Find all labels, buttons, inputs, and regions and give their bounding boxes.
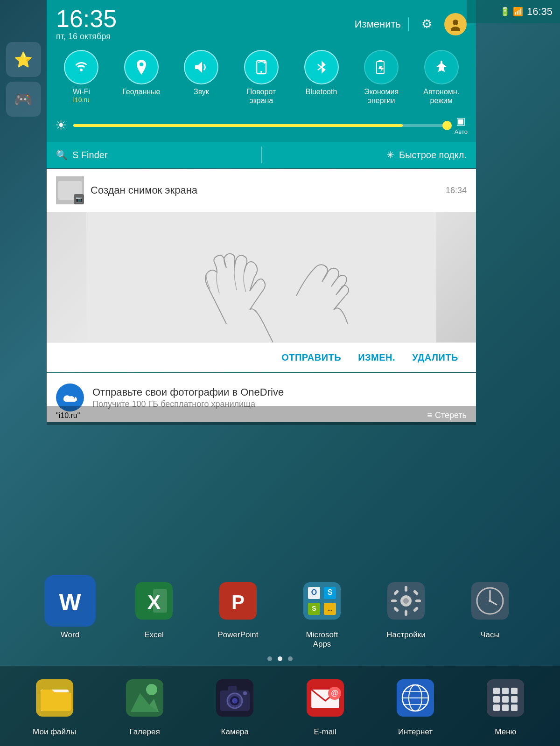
toggle-bluetooth[interactable]: Bluetooth	[294, 50, 349, 105]
toggle-wifi[interactable]: Wi-Fi i10.ru	[54, 50, 109, 105]
sidebar-icon-star[interactable]: ⭐	[6, 42, 41, 77]
notifications-area: 📷 Создан снимок экрана 16:34	[47, 169, 476, 422]
toggle-wifi-sublabel: i10.ru	[73, 96, 90, 104]
app-label-excel: Excel	[144, 630, 164, 640]
search-icon: 🔍	[56, 149, 68, 160]
search-divider	[261, 146, 262, 163]
app-label-msapps: MicrosoftApps	[306, 630, 338, 649]
dock-item-camera[interactable]: Камера	[190, 672, 280, 737]
dock-label-email: E-mail	[314, 727, 336, 737]
battery-icon: 🔋	[500, 7, 510, 17]
gear-icon[interactable]: ⚙	[416, 14, 437, 35]
toggle-airplane[interactable]: Автономн.режим	[414, 50, 469, 105]
app-icon-word: W	[44, 575, 96, 627]
toggle-power-save[interactable]: Экономияэнергии	[354, 50, 409, 105]
time-date-block: 16:35 пт, 16 октября	[56, 7, 117, 42]
svg-point-0	[453, 20, 458, 25]
svg-rect-16	[153, 589, 167, 613]
brightness-fill	[73, 124, 403, 127]
app-item-msapps[interactable]: O S S ... MicrosoftApps	[280, 575, 364, 649]
app-item-settings[interactable]: Настройки	[364, 575, 448, 649]
user-avatar[interactable]	[444, 13, 467, 35]
dock-label-gallery: Галерея	[129, 727, 160, 737]
svg-rect-33	[391, 600, 397, 602]
toggle-power-save-circle	[364, 50, 399, 84]
svg-rect-69	[502, 688, 509, 694]
header-divider	[408, 17, 409, 31]
toggle-geo[interactable]: Геоданные	[114, 50, 169, 105]
header-controls: Изменить ⚙	[355, 13, 467, 35]
dock-icon-menu	[480, 672, 531, 724]
s-finder-label: S Finder	[72, 150, 108, 160]
auto-label: Авто	[455, 128, 468, 135]
svg-point-54	[232, 698, 238, 704]
svg-rect-73	[511, 696, 518, 703]
dock-item-gallery[interactable]: Галерея	[99, 672, 189, 737]
app-icon-powerpoint: P	[212, 575, 264, 627]
notification-panel: 16:35 пт, 16 октября Изменить ⚙ Wi-Fi	[47, 0, 476, 422]
app-icon-msapps: O S S ...	[296, 575, 348, 627]
toggle-bluetooth-circle	[304, 50, 339, 84]
screenshot-title: Создан снимок экрана	[91, 184, 439, 196]
page-dot-3[interactable]	[288, 656, 293, 661]
svg-text:@: @	[331, 689, 338, 697]
izmenit-button[interactable]: Изменить	[355, 18, 401, 30]
svg-rect-74	[493, 704, 500, 711]
brightness-track[interactable]	[73, 124, 448, 127]
dock-label-myfiles: Мои файлы	[33, 727, 76, 737]
status-bar-time: 16:35	[527, 6, 553, 18]
screenshot-actions: ОТПРАВИТЬ ИЗМЕН. УДАЛИТЬ	[47, 342, 476, 372]
svg-rect-11	[86, 212, 436, 342]
app-item-excel[interactable]: X Excel	[112, 575, 196, 649]
toggle-sound-label: Звук	[194, 87, 209, 96]
svg-rect-34	[415, 600, 421, 602]
s-finder-button[interactable]: 🔍 S Finder	[56, 149, 257, 160]
edit-action-button[interactable]: ИЗМЕН.	[350, 349, 404, 366]
clear-notifications-button[interactable]: ≡ Стереть	[427, 411, 467, 420]
auto-brightness-button[interactable]: ▣ Авто	[455, 115, 468, 135]
brightness-sun-icon: ☀	[55, 118, 67, 133]
app-label-word: Word	[61, 630, 79, 640]
quick-connect-label: Быстрое подкл.	[399, 150, 467, 160]
sidebar-icon-game[interactable]: 🎮	[6, 82, 41, 117]
send-action-button[interactable]: ОТПРАВИТЬ	[273, 349, 350, 366]
dock-icon-camera	[209, 672, 260, 724]
toggle-wifi-label: Wi-Fi	[73, 87, 90, 96]
delete-action-button[interactable]: УДАЛИТЬ	[404, 349, 467, 366]
svg-rect-8	[378, 60, 382, 62]
toggle-airplane-circle	[424, 50, 459, 84]
app-item-powerpoint[interactable]: P PowerPoint	[196, 575, 280, 649]
screenshot-preview	[47, 212, 476, 342]
search-bar-row: 🔍 S Finder ✳ Быстрое подкл.	[47, 142, 476, 168]
page-dot-1[interactable]	[267, 656, 272, 661]
screenshot-thumbnail: 📷	[56, 176, 84, 204]
app-item-clock[interactable]: Часы	[448, 575, 532, 649]
dock-item-myfiles[interactable]: Мои файлы	[9, 672, 99, 737]
toggle-sound[interactable]: Звук	[174, 50, 229, 105]
header-date: пт, 16 октября	[56, 32, 117, 42]
brightness-thumb	[442, 121, 452, 130]
auto-icon: ▣	[456, 115, 466, 127]
quick-connect-button[interactable]: ✳ Быстрое подкл.	[266, 149, 467, 160]
toggle-power-save-label: Экономияэнергии	[364, 87, 399, 105]
page-dot-2[interactable]	[278, 656, 282, 661]
svg-rect-76	[511, 704, 518, 711]
dock-label-menu: Меню	[495, 727, 516, 737]
svg-point-56	[243, 691, 247, 695]
dock-item-internet[interactable]: Интернет	[370, 672, 460, 737]
svg-text:S: S	[328, 588, 333, 596]
page-dots	[0, 654, 560, 666]
dock-label-internet: Интернет	[398, 727, 433, 737]
dock-icon-email: @	[300, 672, 351, 724]
notif-header-screenshot: 📷 Создан снимок экрана 16:34	[47, 169, 476, 212]
dock-item-email[interactable]: @ E-mail	[280, 672, 370, 737]
notif-source-label: "i10.ru"	[56, 411, 80, 420]
left-sidebar: ⭐ 🎮	[0, 37, 47, 121]
app-icon-settings	[380, 575, 432, 627]
dock-item-menu[interactable]: Меню	[461, 672, 551, 737]
app-item-word[interactable]: W Word	[28, 575, 112, 649]
toggle-rotate[interactable]: Поворотэкрана	[234, 50, 289, 105]
svg-rect-75	[502, 704, 509, 711]
svg-rect-32	[405, 610, 407, 616]
toggle-wifi-circle	[64, 50, 98, 84]
